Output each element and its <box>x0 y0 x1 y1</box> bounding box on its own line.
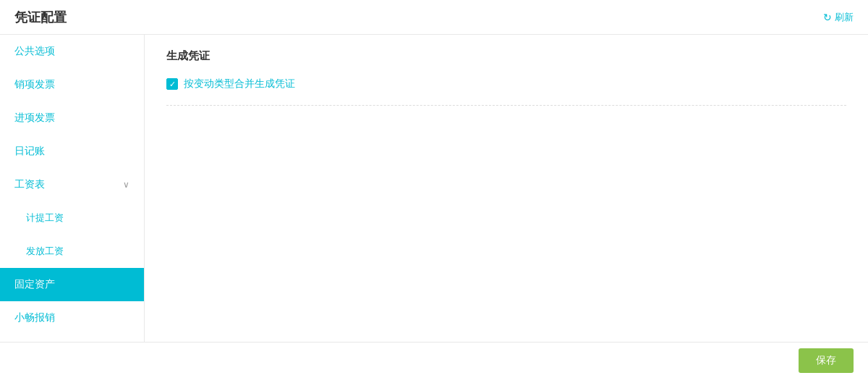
header: 凭证配置 ↻ 刷新 <box>0 0 868 35</box>
sidebar-item-label: 固定资产 <box>14 278 55 291</box>
merge-checkbox[interactable]: ✓ <box>166 78 178 90</box>
page-container: 凭证配置 ↻ 刷新 公共选项销项发票进项发票日记账工资表∨计提工资发放工资固定资… <box>0 0 868 378</box>
sidebar-item-label: 销项发票 <box>14 78 55 91</box>
section-divider <box>166 105 846 106</box>
sidebar-item-label: 日记账 <box>14 145 45 158</box>
sidebar-item-label: 发放工资 <box>26 245 64 258</box>
checkbox-row: ✓ 按变动类型合并生成凭证 <box>166 77 846 91</box>
save-button[interactable]: 保存 <box>799 348 854 373</box>
sidebar-item-public-options[interactable]: 公共选项 <box>0 35 144 68</box>
section-title: 生成凭证 <box>166 49 846 63</box>
sidebar-item-payroll-accrual[interactable]: 计提工资 <box>0 201 144 235</box>
refresh-icon: ↻ <box>823 12 832 23</box>
refresh-button[interactable]: ↻ 刷新 <box>823 11 854 24</box>
sidebar-item-label: 进项发票 <box>14 112 55 125</box>
page-title: 凭证配置 <box>14 9 67 26</box>
body-container: 公共选项销项发票进项发票日记账工资表∨计提工资发放工资固定资产小畅报销 生成凭证… <box>0 35 868 342</box>
sidebar-item-label: 公共选项 <box>14 45 55 58</box>
merge-checkbox-label[interactable]: 按变动类型合并生成凭证 <box>184 77 295 91</box>
sidebar-item-payroll-table[interactable]: 工资表∨ <box>0 168 144 201</box>
chevron-down-icon: ∨ <box>123 180 129 190</box>
sidebar-item-purchase-invoice[interactable]: 进项发票 <box>0 101 144 135</box>
footer: 保存 <box>0 342 868 378</box>
refresh-label: 刷新 <box>835 11 854 24</box>
main-content: 生成凭证 ✓ 按变动类型合并生成凭证 <box>145 35 868 342</box>
sidebar-item-fixed-assets[interactable]: 固定资产 <box>0 268 144 301</box>
checkmark-icon: ✓ <box>169 80 176 88</box>
sidebar-item-label: 工资表 <box>14 178 45 191</box>
sidebar: 公共选项销项发票进项发票日记账工资表∨计提工资发放工资固定资产小畅报销 <box>0 35 145 342</box>
sidebar-item-label: 小畅报销 <box>14 311 55 324</box>
sidebar-item-journal[interactable]: 日记账 <box>0 135 144 168</box>
sidebar-item-payroll-issue[interactable]: 发放工资 <box>0 235 144 268</box>
sidebar-item-petty-expense[interactable]: 小畅报销 <box>0 301 144 335</box>
sidebar-item-label: 计提工资 <box>26 211 64 224</box>
sidebar-item-sales-invoice[interactable]: 销项发票 <box>0 68 144 101</box>
